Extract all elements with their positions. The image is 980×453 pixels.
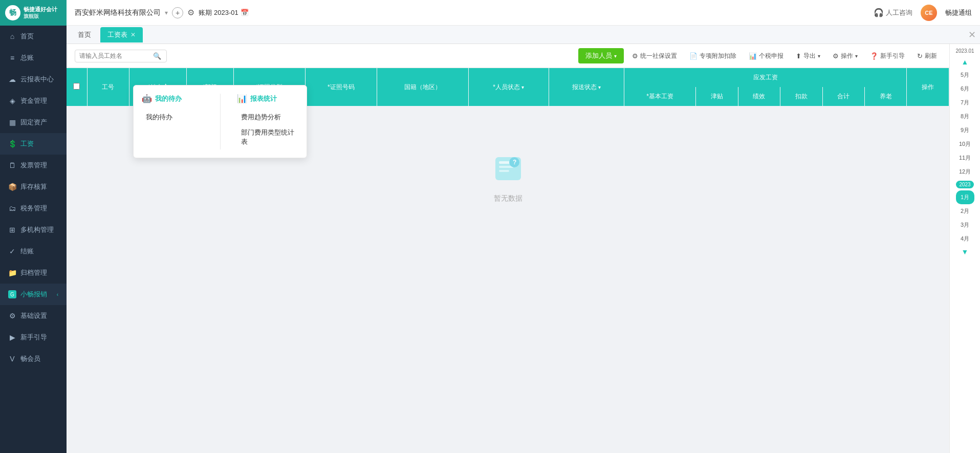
assets-icon: ▦ <box>8 118 16 126</box>
timeline-month-4[interactable]: 4月 <box>950 232 980 246</box>
timeline-year-marker: 2023 <box>956 181 973 188</box>
service-button[interactable]: 🎧 人工咨询 <box>874 8 912 17</box>
timeline-month-10[interactable]: 10月 <box>950 137 980 151</box>
sidebar-item-multi-org[interactable]: ⊞ 多机构管理 <box>0 219 67 241</box>
export-button[interactable]: ⬆ 导出 ▾ <box>792 49 824 63</box>
timeline-month-2[interactable]: 2月 <box>950 204 980 218</box>
logo-sub: 旗舰版 <box>24 13 57 19</box>
ledger-icon: ≡ <box>8 54 16 62</box>
operation-button[interactable]: ⚙ 操作 ▾ <box>829 49 862 63</box>
timeline-month-5[interactable]: 5月 <box>950 68 980 82</box>
sidebar-item-inventory[interactable]: 📦 库存核算 <box>0 176 67 198</box>
special-deduct-button[interactable]: 📄 专项附加扣除 <box>685 49 741 63</box>
timeline-down-icon[interactable]: ▼ <box>960 246 971 258</box>
tab-close-icon[interactable]: ✕ <box>130 31 136 38</box>
filter-report-status-icon[interactable]: ▾ <box>598 84 601 90</box>
sidebar-item-tax[interactable]: 🗂 税务管理 <box>0 198 67 219</box>
calendar-icon[interactable]: 📅 <box>241 9 249 16</box>
fund-icon: ◈ <box>8 97 16 105</box>
settings-icon[interactable]: ⚙ <box>187 8 194 17</box>
sidebar-item-label: 税务管理 <box>20 204 47 213</box>
filter-person-status-icon[interactable]: ▾ <box>521 84 524 90</box>
timeline-panel: 2023.01 ▲ 5月 6月 7月 8月 9月 10月 11月 12月 202… <box>949 44 980 453</box>
close-panel-icon[interactable]: ✕ <box>968 29 976 40</box>
main-wrapper: 西安虾米网络科技有限公司 ▾ + ⚙ 账期 2023-01 📅 🎧 人工咨询 C… <box>67 0 980 453</box>
period-display: 账期 2023-01 📅 <box>199 8 249 17</box>
timeline-month-8[interactable]: 8月 <box>950 110 980 123</box>
tab-salary-table[interactable]: 工资表 ✕ <box>100 27 143 42</box>
report-icon: 📊 <box>237 94 247 103</box>
social-security-label: 统一社保设置 <box>640 52 677 60</box>
inventory-icon: 📦 <box>8 183 16 191</box>
select-all-checkbox[interactable] <box>73 83 80 90</box>
sidebar-item-fund[interactable]: ◈ 资金管理 <box>0 90 67 112</box>
svg-rect-3 <box>499 170 509 172</box>
sidebar-item-label: 固定资产 <box>20 118 47 127</box>
timeline-month-3[interactable]: 3月 <box>950 218 980 232</box>
logo-text: 畅捷通好会计 旗舰版 <box>24 6 57 19</box>
headphone-icon: 🎧 <box>874 8 884 17</box>
refresh-button[interactable]: ↻ 刷新 <box>913 49 941 63</box>
dropdown-item-dept-expense[interactable]: 部门费用类型统计表 <box>237 125 299 149</box>
home-icon: ⌂ <box>8 32 16 40</box>
sidebar-item-basic-settings[interactable]: ⚙ 基础设置 <box>0 305 67 327</box>
sidebar-item-ledger[interactable]: ≡ 总账 <box>0 47 67 69</box>
timeline-month-12[interactable]: 12月 <box>950 165 980 179</box>
sidebar-item-cloud-report[interactable]: ☁ 云报表中心 <box>0 69 67 90</box>
timeline-month-9[interactable]: 9月 <box>950 123 980 137</box>
sidebar-item-salary[interactable]: 💲 工资 <box>0 133 67 155</box>
sidebar-item-label: 小畅报销 <box>20 290 47 299</box>
new-guide-button[interactable]: ❓ 新手引导 <box>866 49 909 63</box>
dropdown-item-my-todo[interactable]: 我的待办 <box>142 110 204 125</box>
add-company-button[interactable]: + <box>172 7 183 18</box>
add-person-button[interactable]: 添加人员 ▾ <box>578 48 624 63</box>
sidebar-item-label: 库存核算 <box>20 182 47 191</box>
operation-label: 操作 <box>841 52 853 60</box>
tab-home-label: 首页 <box>78 30 91 39</box>
sidebar-item-invoice[interactable]: 🗒 发票管理 <box>0 155 67 176</box>
sidebar-item-label: 发票管理 <box>20 161 47 170</box>
timeline-month-11[interactable]: 11月 <box>950 151 980 165</box>
export-icon: ⬆ <box>796 52 801 60</box>
toolbar-right: 添加人员 ▾ ⚙ 统一社保设置 📄 专项附加扣除 📊 个税申报 <box>578 48 941 63</box>
sidebar-item-home[interactable]: ⌂ 首页 <box>0 26 67 47</box>
th-person-status[interactable]: *人员状态 ▾ <box>468 68 549 106</box>
empty-text: 暂无数据 <box>494 194 522 203</box>
search-box: 🔍 <box>75 50 167 62</box>
timeline-month-6[interactable]: 6月 <box>950 82 980 96</box>
special-deduct-icon: 📄 <box>689 52 698 60</box>
sidebar-item-member[interactable]: V 畅会员 <box>0 348 67 370</box>
th-checkbox[interactable] <box>67 68 87 106</box>
sidebar-item-new-guide[interactable]: ▶ 新手引导 <box>0 327 67 348</box>
company-dropdown-icon[interactable]: ▾ <box>165 9 168 16</box>
th-payable-salary: 应发工资 <box>624 68 907 87</box>
company-name: 西安虾米网络科技有限公司 <box>75 8 161 17</box>
timeline-up-icon[interactable]: ▲ <box>960 56 971 68</box>
user-avatar: CE <box>921 5 937 21</box>
add-person-label: 添加人员 <box>585 51 612 60</box>
timeline-month-7[interactable]: 7月 <box>950 96 980 110</box>
dropdown-todo-header: 🤖 我的待办 <box>142 94 204 105</box>
sidebar-item-checkout[interactable]: ✓ 结账 <box>0 241 67 262</box>
sidebar-item-fixed-assets[interactable]: ▦ 固定资产 <box>0 112 67 133</box>
tax-report-button[interactable]: 📊 个税申报 <box>745 49 788 63</box>
dropdown-col-report: 📊 报表统计 费用趋势分析 部门费用类型统计表 <box>237 94 299 149</box>
search-input[interactable] <box>79 52 151 59</box>
timeline-month-1[interactable]: 1月 <box>956 190 974 204</box>
th-nationality: 国籍（地区） <box>377 68 468 106</box>
th-report-status[interactable]: 报送状态 ▾ <box>549 68 624 106</box>
th-deduction: 扣款 <box>780 87 822 106</box>
app-logo: 畅 畅捷通好会计 旗舰版 <box>0 0 67 26</box>
search-icon[interactable]: 🔍 <box>153 52 161 60</box>
user-name: 畅捷通组 <box>945 8 972 17</box>
tab-home[interactable]: 首页 <box>71 27 98 42</box>
sidebar-item-archive[interactable]: 📁 归档管理 <box>0 262 67 284</box>
sidebar-item-label: 基础设置 <box>20 311 47 320</box>
service-label: 人工咨询 <box>886 8 912 17</box>
sidebar-item-label: 云报表中心 <box>20 75 54 84</box>
sidebar-item-xiaochang[interactable]: G 小畅报销 ‹ <box>0 284 67 305</box>
social-security-button[interactable]: ⚙ 统一社保设置 <box>628 49 681 63</box>
logo-icon: 畅 <box>5 5 20 20</box>
refresh-label: 刷新 <box>925 52 937 60</box>
dropdown-item-expense-trend[interactable]: 费用趋势分析 <box>237 110 299 125</box>
